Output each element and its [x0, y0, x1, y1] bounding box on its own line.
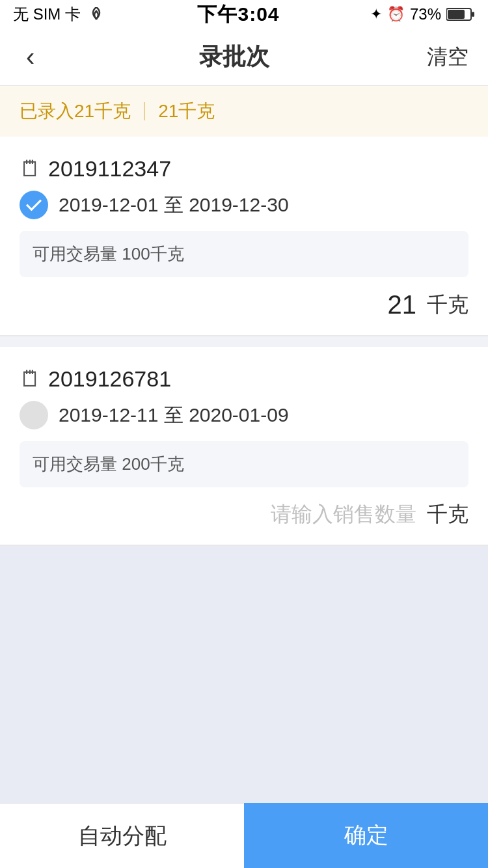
battery-icon: [446, 7, 475, 21]
svg-rect-1: [448, 10, 465, 19]
batch-2-unit: 千克: [427, 500, 468, 529]
batch-2-header: 🗒 2019126781: [20, 366, 468, 392]
status-right: ✦ ⏰ 73%: [370, 5, 475, 23]
empty-area: [0, 546, 488, 832]
batch-1-date-row[interactable]: 2019-12-01 至 2019-12-30: [20, 191, 468, 219]
batch-1-available: 可用交易量 100千克: [20, 231, 468, 277]
summary-recorded: 已录入21千克: [20, 99, 131, 124]
confirm-button[interactable]: 确定: [244, 803, 488, 868]
batch-1-icon: 🗒: [20, 156, 42, 182]
bottom-bar: 自动分配 确定: [0, 803, 488, 868]
batch-2-available: 可用交易量 200千克: [20, 441, 468, 487]
status-left: 无 SIM 卡: [13, 4, 107, 25]
auto-distribute-button[interactable]: 自动分配: [0, 803, 244, 868]
location-icon: ✦: [370, 6, 382, 23]
batch-1-quantity: 21: [388, 290, 417, 319]
no-sim-text: 无 SIM 卡: [13, 4, 81, 25]
batch-1-input-row[interactable]: 21 千克: [0, 277, 488, 336]
nav-bar: ‹ 录批次 清空: [0, 29, 488, 86]
batch-card-2: 🗒 2019126781 2019-12-11 至 2020-01-09 可用交…: [0, 347, 488, 487]
summary-amount: 21千克: [158, 99, 215, 124]
wifi-icon: [86, 7, 107, 21]
batch-2-date: 2019-12-11 至 2020-01-09: [59, 402, 289, 429]
batch-2-radio[interactable]: [20, 401, 48, 429]
batch-1-header: 🗒 2019112347: [20, 156, 468, 182]
summary-bar: 已录入21千克 21千克: [0, 86, 488, 137]
summary-divider: [144, 102, 145, 120]
batch-2-quantity-placeholder: 请输入销售数量: [271, 500, 416, 529]
batch-2-input-row[interactable]: 请输入销售数量 千克: [0, 487, 488, 546]
page-title: 录批次: [199, 41, 269, 73]
batch-2-date-row[interactable]: 2019-12-11 至 2020-01-09: [20, 401, 468, 429]
status-bar: 无 SIM 卡 下午3:04 ✦ ⏰ 73%: [0, 0, 488, 29]
status-time: 下午3:04: [197, 1, 279, 28]
batch-1-unit: 千克: [427, 291, 468, 319]
battery-percent: 73%: [410, 5, 441, 23]
alarm-icon: ⏰: [387, 6, 405, 23]
back-button[interactable]: ‹: [20, 36, 41, 78]
batch-2-number: 2019126781: [48, 366, 171, 392]
card-divider: [0, 336, 488, 347]
batch-card-1: 🗒 2019112347 2019-12-01 至 2019-12-30 可用交…: [0, 137, 488, 277]
clear-button[interactable]: 清空: [427, 43, 468, 72]
checkmark-icon: [26, 195, 42, 211]
batch-1-radio[interactable]: [20, 191, 48, 219]
svg-rect-2: [472, 12, 474, 17]
batch-2-icon: 🗒: [20, 366, 42, 392]
batch-1-number: 2019112347: [48, 156, 171, 182]
batch-1-date: 2019-12-01 至 2019-12-30: [59, 192, 289, 219]
